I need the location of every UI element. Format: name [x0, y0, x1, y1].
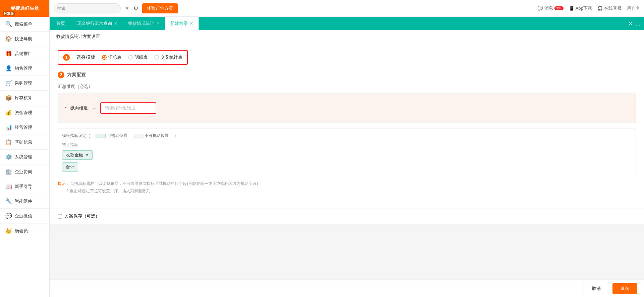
legend-not-draggable-label: 不可拖动位置 [145, 133, 169, 139]
tip-1-text: 1.拖动标题栏可以调整布局，不可跨维度或指标区域拖动栏目字段(只能在同一维度或指… [71, 181, 258, 186]
save-option-checkbox[interactable] [58, 214, 62, 218]
section2-num: 2 [58, 71, 64, 78]
radio-summary-label: 汇总表 [108, 54, 121, 60]
chart-icon: 📊 [5, 124, 12, 131]
not-draggable-indicator [133, 134, 143, 138]
user-icon: 👤 [5, 65, 12, 71]
tab-close-collection-stats-icon[interactable]: ✕ [156, 21, 160, 26]
dimension-area: * 纵向维度 → 请选择分组维度 [58, 93, 636, 123]
sidebar-item-weixin[interactable]: 💬 企业微信 [0, 209, 49, 224]
radio-detail[interactable]: 明细表 [128, 54, 148, 60]
logo-text: 畅捷通好生意 [11, 5, 39, 11]
tab-collection-stats[interactable]: 收款情况统计 ✕ [123, 17, 165, 30]
sidebar-item-smart-hw[interactable]: 🔧 智能硬件 [0, 194, 49, 209]
dimension-row: * 纵向维度 → 请选择分组维度 [65, 102, 156, 114]
search-menu-icon: 🔍 [5, 21, 12, 27]
metrics-config-title: 模板指标设定（ [62, 133, 90, 139]
message-icon: 💬 [538, 6, 543, 11]
dimension-select-input[interactable]: 请选择分组维度 [100, 102, 156, 114]
cancel-button[interactable]: 取消 [584, 283, 609, 294]
tip-1: 提示： 1.拖动标题栏可以调整布局，不可跨维度或指标区域拖动栏目字段(只能在同一… [58, 180, 636, 188]
sidebar-item-system[interactable]: ⚙️ 系统管理 [0, 150, 49, 164]
tab-home[interactable]: 首页 [50, 17, 72, 30]
sidebar-item-guide[interactable]: 📖 新手引导 [0, 179, 49, 194]
user-info: 用户名 [627, 5, 640, 11]
sidebar-item-sales[interactable]: 👤 销售管理 [0, 61, 49, 76]
metrics-subtag-total: 合计 [62, 162, 78, 172]
template-select-box: 1 选择模板 汇总表 明细表 交叉统计表 [58, 50, 188, 65]
service-label: 在线客服 [604, 5, 622, 11]
metrics-legend: 模板指标设定（ 可拖动位置 不可拖动位置 ） [62, 133, 632, 139]
sidebar-item-operations[interactable]: 📊 经营管理 [0, 120, 49, 135]
gear-icon: ⚙️ [5, 154, 12, 160]
section-template: 1 选择模板 汇总表 明细表 交叉统计表 [58, 50, 636, 65]
sidebar-item-label: 采购管理 [15, 80, 32, 86]
messages-button[interactable]: 💬 消息 99+ [538, 5, 564, 11]
tab-new-plan[interactable]: 新建方案 ✕ [165, 17, 199, 30]
building-icon: 🏢 [5, 168, 12, 175]
topbar: ▼ ⚙ 体验行业方案 💬 消息 99+ 📱 App下载 🎧 在线客服 用户名 [50, 0, 644, 17]
footer-bar: 取消 查询 [50, 280, 644, 297]
settings-icon[interactable]: ⚙ [133, 5, 138, 11]
cart-icon: 🛒 [5, 80, 12, 86]
tab-collection-stats-label: 收款情况统计 [128, 20, 154, 27]
sidebar-item-search-menu[interactable]: 🔍 搜索菜单 [0, 17, 49, 32]
tabbar-actions: ✕ ⛶ [625, 20, 644, 27]
sidebar-item-finance[interactable]: 💰 资金管理 [0, 105, 49, 120]
sidebar-item-basic-info[interactable]: 📋 基础信息 [0, 135, 49, 150]
save-option-area: 方案保存（可选） [50, 208, 644, 224]
radio-cross[interactable]: 交叉统计表 [154, 54, 182, 60]
logo-badge: 标准版 [3, 11, 15, 16]
metrics-config-title-end: ） [174, 133, 178, 139]
tabbar: 首页 现金银行流水查询 ✕ 收款情况统计 ✕ 新建方案 ✕ ✕ ⛶ [50, 17, 644, 30]
tab-bank-flow[interactable]: 现金银行流水查询 ✕ [72, 17, 123, 30]
section2-title: 方案配置 [67, 72, 86, 78]
metrics-config: 模板指标设定（ 可拖动位置 不可拖动位置 ） 统计指标 [58, 129, 636, 176]
radio-cross-dot [154, 55, 159, 60]
sidebar-item-label: 系统管理 [15, 154, 32, 160]
industry-solution-button[interactable]: 体验行业方案 [142, 3, 178, 13]
sidebar-item-label: 营销推广 [15, 51, 32, 57]
maximize-icon[interactable]: ⛶ [635, 20, 641, 27]
radio-detail-label: 明细表 [135, 54, 148, 60]
tips-area: 提示： 1.拖动标题栏可以调整布局，不可跨维度或指标区域拖动栏目字段(只能在同一… [58, 180, 636, 195]
page-title-bar: 收款情况统计方案设置 [50, 30, 644, 43]
crown-icon: 👑 [5, 228, 12, 234]
sidebar-item-label: 新手引导 [15, 184, 32, 190]
gift-icon: 🎁 [5, 50, 12, 57]
chevron-down-icon: ▼ [85, 153, 89, 157]
sidebar-item-purchase[interactable]: 🛒 采购管理 [0, 76, 49, 91]
dropdown-arrow-icon[interactable]: ▼ [125, 6, 129, 11]
main-area: ▼ ⚙ 体验行业方案 💬 消息 99+ 📱 App下载 🎧 在线客服 用户名 首… [50, 0, 644, 297]
metrics-tag-collection[interactable]: 收款金额 ▼ [62, 150, 93, 160]
section1-num: 1 [63, 54, 70, 61]
sidebar-item-label: 基础信息 [15, 139, 32, 145]
row-dimension-label: 纵向维度 [70, 105, 88, 111]
metrics-tags-area: 收款金额 ▼ 合计 [62, 150, 632, 172]
dimension-label: 汇总维度（必选） [58, 84, 636, 90]
query-button[interactable]: 查询 [612, 283, 637, 294]
sidebar-item-label: 智能硬件 [15, 198, 32, 204]
sidebar-item-member[interactable]: 👑 畅会员 [0, 224, 49, 238]
sidebar-item-enterprise[interactable]: 🏢 企业协同 [0, 164, 49, 179]
sidebar-item-inventory[interactable]: 📦 库存核算 [0, 91, 49, 105]
tab-close-bank-flow-icon[interactable]: ✕ [114, 21, 117, 26]
sidebar-item-label: 畅会员 [15, 228, 28, 234]
online-service-button[interactable]: 🎧 在线客服 [597, 5, 622, 11]
sidebar-item-label: 库存核算 [15, 95, 32, 101]
tab-home-label: 首页 [56, 20, 65, 27]
sidebar-item-marketing[interactable]: 🎁 营销推广 [0, 46, 49, 61]
radio-summary[interactable]: 汇总表 [102, 54, 121, 60]
messages-label: 消息 [544, 5, 553, 11]
radio-summary-dot [102, 55, 107, 60]
close-window-icon[interactable]: ✕ [628, 20, 633, 27]
app-download-button[interactable]: 📱 App下载 [569, 5, 592, 11]
metrics-tag-collection-label: 收款金额 [66, 152, 83, 158]
tip-2: 2.点击标题栏下拉可设置排序、插入列和删除列 [58, 188, 636, 195]
tool-icon: 🔧 [5, 198, 12, 204]
search-input[interactable] [54, 3, 121, 13]
sidebar-item-quick-nav[interactable]: 🏠 快捷导航 [0, 32, 49, 46]
tab-close-new-plan-icon[interactable]: ✕ [190, 21, 193, 26]
dimension-placeholder: 请选择分组维度 [105, 105, 136, 110]
sidebar-item-label: 搜索菜单 [15, 21, 32, 27]
